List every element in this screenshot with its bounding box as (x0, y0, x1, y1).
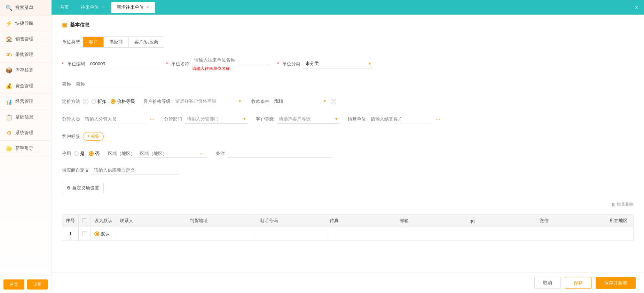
row-wechat-input[interactable] (540, 230, 602, 238)
supplier-custom-input[interactable] (92, 166, 179, 174)
unit-code-input[interactable] (88, 60, 158, 68)
unit-name-group: * 单位名称 请输入往来单位名称 (166, 56, 269, 72)
unit-category-value: 未分类 (305, 60, 369, 67)
add-tag-button[interactable]: + 标签 (83, 132, 104, 141)
pricing-level-option[interactable]: 价格等级 (111, 98, 135, 105)
unit-type-label: 单位类型 (62, 39, 80, 45)
manager-input[interactable] (83, 115, 146, 123)
tab-home-label: 首页 (60, 4, 69, 10)
remark-input[interactable] (228, 149, 332, 158)
row-contact-cell[interactable] (116, 227, 186, 241)
row-default-radio[interactable] (94, 231, 99, 236)
sidebar-item-label: 库存核算 (15, 67, 33, 73)
chevron-down-icon3: ▾ (324, 99, 326, 104)
settlement-more-icon[interactable]: ··· (434, 116, 441, 122)
pricing-info-icon[interactable]: ? (83, 99, 88, 104)
row-email-cell[interactable] (396, 227, 466, 241)
row-contact-input[interactable] (120, 230, 182, 238)
payment-terms-value: 现结 (274, 98, 324, 104)
main-area: 首页 往来单位 × 新增往来单位 × × ▣ 基本信息 单位类型 客户 供应商 … (52, 0, 644, 293)
tabs-bar: 首页 往来单位 × 新增往来单位 × × (52, 0, 644, 15)
sidebar-item-sales[interactable]: 🏠 销售管理 (0, 31, 51, 47)
sidebar-item-operation[interactable]: 📊 经营管理 (0, 94, 51, 109)
sidebar-item-label: 基础信息 (15, 114, 33, 120)
cancel-button[interactable]: 取消 (534, 277, 561, 289)
row-qq-input[interactable] (470, 230, 532, 238)
alias-row: 简称 (62, 80, 634, 88)
select-all-checkbox[interactable] (82, 218, 87, 223)
unit-type-customer[interactable]: 客户 (83, 37, 104, 47)
save-button[interactable]: 保存 (565, 277, 591, 289)
search-icon: 🔍 (6, 4, 13, 11)
sidebar: 🔍 搜索菜单 ⚡ 快捷导航 🏠 销售管理 🛍 采购管理 📦 库存核算 💰 资金管… (0, 0, 52, 293)
payment-terms-select[interactable]: 现结 ▾ (272, 97, 328, 106)
tab-new-unit-close[interactable]: × (146, 5, 150, 10)
customer-price-level-select[interactable]: 请选择客户价格等级 ▾ (173, 97, 243, 106)
unit-type-buttons: 客户 供应商 客户/供应商 (83, 36, 164, 48)
alias-input[interactable] (74, 80, 143, 88)
disabled-no-option[interactable]: 否 (89, 150, 100, 157)
sidebar-item-guide[interactable]: 🌟 新手引导 (0, 141, 51, 156)
home-footer-btn[interactable]: 首页 (3, 279, 24, 290)
pricing-discount-radio[interactable] (91, 99, 96, 104)
unit-category-select[interactable]: 未分类 ▾ (303, 59, 373, 68)
unit-type-supplier[interactable]: 供应商 (104, 37, 129, 47)
section-title-text: 基本信息 (70, 22, 89, 28)
operation-icon: 📊 (6, 98, 13, 105)
close-all-tabs[interactable]: × (632, 2, 641, 13)
row-qq-cell[interactable] (466, 227, 536, 241)
payment-terms-group: 收款条件 现结 ▾ ? (251, 97, 336, 106)
row-phone-input[interactable] (260, 230, 322, 238)
tab-units[interactable]: 往来单位 × (75, 2, 110, 13)
sidebar-item-purchase[interactable]: 🛍 采购管理 (0, 47, 51, 63)
pricing-discount-option[interactable]: 折扣 (91, 98, 107, 105)
sidebar-item-basic[interactable]: 📋 基础信息 (0, 109, 51, 125)
department-select[interactable]: 请输入分管部门 ▾ (185, 114, 248, 124)
manager-more-icon[interactable]: ··· (148, 116, 156, 122)
sidebar-item-inventory[interactable]: 📦 库存核算 (0, 63, 51, 78)
unit-name-input[interactable] (192, 56, 269, 64)
row-wechat-cell[interactable] (536, 227, 606, 241)
disabled-yes-radio[interactable] (74, 151, 79, 156)
pricing-level-radio[interactable] (111, 99, 116, 104)
disabled-yes-option[interactable]: 是 (74, 150, 85, 157)
sidebar-item-search[interactable]: 🔍 搜索菜单 (0, 0, 51, 16)
row-phone-cell[interactable] (256, 227, 326, 241)
payment-info-icon[interactable]: ? (331, 99, 336, 104)
row-area-input[interactable] (610, 230, 634, 238)
disabled-yes-label: 是 (80, 150, 85, 157)
row-email-input[interactable] (400, 230, 462, 238)
customer-price-level-label: 客户价格等级 (143, 98, 171, 105)
disabled-region-row: 停用 是 否 区域（地区） ··· (62, 149, 634, 158)
row-address-cell[interactable] (186, 227, 256, 241)
region-select[interactable]: ··· (138, 149, 207, 158)
row-address-input[interactable] (190, 230, 252, 238)
batch-delete-button[interactable]: 🗑 批量删除 (611, 202, 634, 207)
settlement-unit-input[interactable] (369, 115, 431, 123)
custom-settings-button[interactable]: ⚙ 自定义项设置 (62, 183, 104, 193)
sidebar-item-quick-nav[interactable]: ⚡ 快捷导航 (0, 16, 51, 31)
disabled-no-label: 否 (95, 150, 100, 157)
row-fax-input[interactable] (330, 230, 392, 238)
tab-home[interactable]: 首页 (54, 2, 74, 13)
sidebar-item-system[interactable]: ⚙ 系统管理 (0, 125, 51, 141)
sidebar-item-label: 搜索菜单 (15, 5, 33, 11)
row-fax-cell[interactable] (326, 227, 396, 241)
settings-footer-btn[interactable]: 设置 (27, 279, 48, 290)
sidebar-item-finance[interactable]: 💰 资金管理 (0, 78, 51, 94)
save-and-new-button[interactable]: 保存并新增 (596, 277, 636, 289)
row-area-cell[interactable] (606, 227, 634, 241)
unit-type-both[interactable]: 客户/供应商 (129, 37, 164, 47)
tags-label: 客户标签 (62, 133, 80, 140)
region-more-icon[interactable]: ··· (198, 150, 205, 156)
sidebar-item-label: 资金管理 (15, 83, 33, 89)
tab-new-unit[interactable]: 新增往来单位 × (111, 2, 155, 13)
unit-code-label: 单位编码 (67, 61, 85, 67)
customer-level-select[interactable]: 请选择客户等级 ▾ (277, 114, 339, 124)
unit-category-label: 单位分类 (282, 61, 300, 67)
disabled-no-radio[interactable] (89, 151, 94, 156)
row-checkbox[interactable] (82, 231, 87, 236)
sidebar-item-label: 快捷导航 (15, 20, 33, 26)
tab-units-close[interactable]: × (101, 5, 105, 10)
region-input[interactable] (140, 151, 198, 156)
